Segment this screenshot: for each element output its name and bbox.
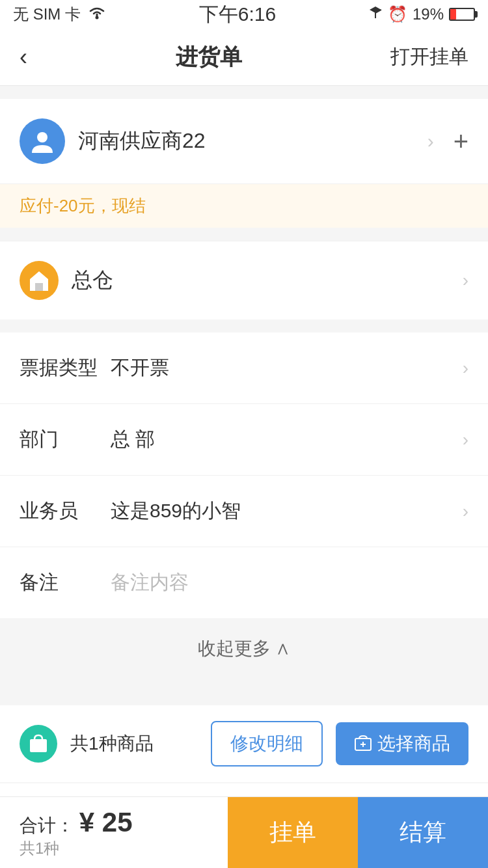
invoice-type-row[interactable]: 票据类型 不开票 › bbox=[0, 332, 488, 404]
status-bar-left: 无 SIM 卡 bbox=[13, 4, 107, 25]
department-value: 总 部 bbox=[98, 426, 463, 453]
battery-icon bbox=[449, 5, 475, 23]
collapse-button[interactable]: 收起更多 ∧ bbox=[0, 618, 488, 679]
warehouse-row[interactable]: 总仓 › bbox=[0, 241, 488, 319]
svg-point-0 bbox=[96, 16, 99, 20]
staff-value: 这是859的小智 bbox=[98, 498, 463, 524]
supplier-name: 河南供应商22 bbox=[78, 127, 427, 156]
department-row[interactable]: 部门 总 部 › bbox=[0, 404, 488, 476]
select-product-button[interactable]: 选择商品 bbox=[336, 722, 468, 765]
supplier-avatar bbox=[20, 118, 65, 164]
remarks-label: 备注 bbox=[20, 569, 98, 596]
supplier-chevron-icon: › bbox=[427, 130, 434, 152]
select-product-label: 选择商品 bbox=[377, 731, 450, 756]
supplier-row[interactable]: 河南供应商22 › + bbox=[0, 99, 488, 184]
wifi-icon bbox=[87, 5, 107, 23]
checkout-button[interactable]: 结算 bbox=[358, 797, 488, 869]
staff-label: 业务员 bbox=[20, 498, 98, 524]
products-count: 共1种商品 bbox=[70, 731, 198, 756]
warehouse-name: 总仓 bbox=[72, 266, 463, 295]
invoice-type-value: 不开票 bbox=[98, 355, 463, 381]
status-bar-right: ⏰ 19% bbox=[368, 5, 475, 23]
edit-detail-button[interactable]: 修改明细 bbox=[211, 721, 323, 766]
back-button[interactable]: ‹ bbox=[20, 44, 27, 71]
status-bar: 无 SIM 卡 下午6:16 ⏰ 19% bbox=[0, 0, 488, 29]
svg-rect-2 bbox=[35, 283, 43, 291]
staff-chevron-icon: › bbox=[463, 501, 468, 522]
open-suspend-button[interactable]: 打开挂单 bbox=[390, 44, 468, 70]
remarks-row[interactable]: 备注 备注内容 bbox=[0, 547, 488, 618]
department-chevron-icon: › bbox=[463, 429, 468, 450]
top-divider bbox=[0, 86, 488, 99]
bottom-bar: 合计： ¥ 25 共1种 挂单 结算 bbox=[0, 796, 488, 868]
remarks-input[interactable]: 备注内容 bbox=[98, 569, 468, 596]
svg-rect-3 bbox=[30, 739, 47, 752]
notice-text: 应付-20元，现结 bbox=[20, 196, 146, 215]
products-header: 共1种商品 修改明细 选择商品 bbox=[0, 705, 488, 782]
alarm-icon: ⏰ bbox=[388, 5, 407, 23]
invoice-type-label: 票据类型 bbox=[20, 355, 98, 381]
supplier-section: 河南供应商22 › + 应付-20元，现结 bbox=[0, 99, 488, 228]
total-label: 合计： bbox=[20, 815, 74, 835]
warehouse-divider bbox=[0, 228, 488, 241]
status-bar-time: 下午6:16 bbox=[199, 1, 276, 28]
nav-bar: ‹ 进货单 打开挂单 bbox=[0, 29, 488, 86]
total-section: 合计： ¥ 25 共1种 bbox=[0, 807, 228, 859]
page-title: 进货单 bbox=[176, 42, 242, 72]
products-divider bbox=[0, 679, 488, 692]
staff-row[interactable]: 业务员 这是859的小智 › bbox=[0, 476, 488, 547]
add-supplier-button[interactable]: + bbox=[454, 127, 468, 156]
carrier-label: 无 SIM 卡 bbox=[13, 4, 81, 25]
battery-percentage: 19% bbox=[413, 5, 444, 23]
warehouse-chevron-icon: › bbox=[463, 270, 468, 291]
total-amount: ¥ 25 bbox=[79, 807, 133, 837]
department-label: 部门 bbox=[20, 426, 98, 453]
collapse-label: 收起更多 ∧ bbox=[198, 638, 291, 658]
total-row: 合计： ¥ 25 bbox=[20, 807, 208, 838]
form-section: 票据类型 不开票 › 部门 总 部 › 业务员 这是859的小智 › 备注 备注… bbox=[0, 332, 488, 618]
location-icon bbox=[368, 5, 383, 23]
invoice-type-chevron-icon: › bbox=[463, 358, 468, 379]
svg-point-1 bbox=[37, 132, 47, 142]
total-count: 共1种 bbox=[20, 838, 208, 859]
products-icon bbox=[20, 725, 57, 763]
suspend-button[interactable]: 挂单 bbox=[228, 797, 358, 869]
warehouse-section: 总仓 › bbox=[0, 241, 488, 319]
notice-bar: 应付-20元，现结 bbox=[0, 184, 488, 228]
warehouse-icon bbox=[20, 261, 59, 300]
